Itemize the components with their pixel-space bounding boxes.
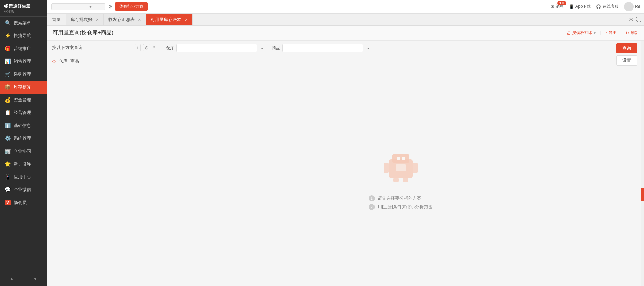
sidebar-item-label: 企业协同 <box>14 148 31 154</box>
export-icon: ↑ <box>605 31 607 35</box>
topbar: ▾ ⚙ 体验行业方案 ✉ 消息 99+ 📱 App下载 🎧 在线客服 Rit <box>47 0 644 14</box>
vip-icon: V <box>5 200 11 205</box>
empty-state: 1 请先选择要分析的方案 2 用[过滤]条件来缩小分析范围 <box>160 68 641 286</box>
tab-batch-account-close[interactable]: × <box>96 17 99 22</box>
sidebar-item-enterprise[interactable]: 🏢 企业协同 <box>0 145 47 158</box>
message-button[interactable]: ✉ 消息 99+ <box>551 4 564 9</box>
sidebar-item-inventory[interactable]: 📦 库存核算 <box>0 81 47 94</box>
topbar-search-box[interactable]: ▾ <box>51 3 105 10</box>
sidebar-item-purchase[interactable]: 🛒 采购管理 <box>0 68 47 81</box>
settings-icon[interactable]: ⚙ <box>108 4 112 10</box>
app-download-label: App下载 <box>575 4 591 9</box>
star-icon: 🌟 <box>5 161 11 167</box>
search-input[interactable] <box>54 4 88 9</box>
username-label: Rit <box>635 4 640 9</box>
scheme-item-warehouse-goods[interactable]: ⊙ 仓库+商品 <box>47 55 160 68</box>
warehouse-input[interactable] <box>176 44 257 52</box>
query-button[interactable]: 查询 <box>616 43 637 53</box>
tab-receive-summary-close[interactable]: × <box>138 17 141 22</box>
goods-input[interactable] <box>282 44 363 52</box>
online-service-button[interactable]: 🎧 在线客服 <box>596 4 619 9</box>
warehouse-label: 仓库 <box>165 45 174 51</box>
sidebar-item-ops[interactable]: 📋 经营管理 <box>0 106 47 119</box>
tabs-end-controls: ✕ ⛶ <box>629 16 644 23</box>
empty-tip-2: 2 用[过滤]条件来缩小分析范围 <box>369 204 433 210</box>
warehouse-more-button[interactable]: ··· <box>259 45 263 51</box>
scrollbar-thumb[interactable] <box>641 188 644 201</box>
tab-batch-account-label: 库存批次账 <box>71 17 93 23</box>
sidebar-item-enterprise-wechat[interactable]: 💬 企业微信 <box>0 183 47 196</box>
svg-rect-2 <box>397 157 400 160</box>
svg-rect-3 <box>402 157 405 160</box>
sidebar-scroll-controls: ▲ ▼ <box>0 274 47 283</box>
query-row: 仓库 ··· 商品 ··· 查询 设置 <box>160 41 641 68</box>
sidebar-item-label: 系统管理 <box>14 135 31 141</box>
add-scheme-button[interactable]: + <box>135 44 141 51</box>
gear-icon: ⚙️ <box>5 135 11 141</box>
goods-more-button[interactable]: ··· <box>365 45 369 51</box>
export-button[interactable]: ↑ 导出 <box>605 30 617 36</box>
message-badge: 99+ <box>557 1 566 5</box>
app-download-button[interactable]: 📱 App下载 <box>569 4 591 9</box>
right-scrollbar[interactable] <box>641 41 644 286</box>
print-button[interactable]: 🖨 按模板打印 ▾ <box>567 30 596 36</box>
warehouse-filter-group: 仓库 ··· <box>165 44 263 52</box>
tab-bar: 首页 库存批次账 × 收发存汇总表 × 可用量库存账本 × ✕ ⛶ <box>47 14 644 26</box>
sidebar-item-label: 快捷导航 <box>14 33 31 39</box>
expand-tab-button[interactable]: ⛶ <box>636 17 641 23</box>
goods-filter-group: 商品 ··· <box>272 44 369 52</box>
tab-available-ledger-label: 可用量库存账本 <box>151 17 181 23</box>
industry-solution-button[interactable]: 体验行业方案 <box>115 2 148 11</box>
scheme-label: 仓库+商品 <box>59 58 79 64</box>
sidebar-item-label: 经营管理 <box>14 110 31 116</box>
sidebar-item-onboarding[interactable]: 🌟 新手引导 <box>0 158 47 171</box>
mobile-icon: 📱 <box>5 174 11 180</box>
sidebar-item-funds[interactable]: 💰 资金管理 <box>0 94 47 106</box>
page-header-actions: 🖨 按模板打印 ▾ | ↑ 导出 | ↻ 刷新 <box>567 30 639 36</box>
tab-home[interactable]: 首页 <box>47 14 66 26</box>
online-service-label: 在线客服 <box>602 4 619 9</box>
sidebar-item-shortcut[interactable]: ⚡ 快捷导航 <box>0 29 47 42</box>
query-fields: 仓库 ··· 商品 ··· <box>160 41 612 55</box>
user-menu[interactable]: Rit <box>624 2 640 11</box>
main-content: ▾ ⚙ 体验行业方案 ✉ 消息 99+ 📱 App下载 🎧 在线客服 Rit <box>47 0 644 286</box>
info-icon: ℹ️ <box>5 123 11 129</box>
tab-batch-account[interactable]: 库存批次账 × <box>66 14 104 26</box>
scroll-down-btn[interactable]: ▼ <box>30 275 41 283</box>
sidebar-item-label: 资金管理 <box>14 97 31 103</box>
scheme-settings-button[interactable]: ⊙ <box>143 44 150 51</box>
empty-tip-1: 1 请先选择要分析的方案 <box>369 195 433 201</box>
sidebar-item-search[interactable]: 🔍 搜索菜单 <box>0 17 47 29</box>
tip-1-text: 请先选择要分析的方案 <box>378 195 421 201</box>
svg-rect-8 <box>403 178 408 182</box>
filter-panel: 按以下方案查询 + ⊙ « ⊙ 仓库+商品 <box>47 41 160 286</box>
empty-illustration <box>381 144 421 191</box>
sidebar-item-sales[interactable]: 📊 销售管理 <box>0 55 47 68</box>
tab-receive-summary[interactable]: 收发存汇总表 × <box>104 14 146 26</box>
sidebar-item-label: 营销推广 <box>14 46 31 52</box>
sidebar-item-basic-info[interactable]: ℹ️ 基础信息 <box>0 119 47 132</box>
main-body: 按以下方案查询 + ⊙ « ⊙ 仓库+商品 仓库 ··· <box>47 41 644 286</box>
close-tab-button[interactable]: ✕ <box>629 16 633 23</box>
collapse-panel-button[interactable]: « <box>152 44 155 51</box>
app-title: 畅康通好生意 <box>4 3 43 9</box>
sidebar-item-marketing[interactable]: 🎁 营销推广 <box>0 42 47 55</box>
sidebar-footer: ▲ ▼ <box>0 271 47 286</box>
tab-available-ledger-close[interactable]: × <box>185 17 187 22</box>
sidebar-item-sys[interactable]: ⚙️ 系统管理 <box>0 132 47 145</box>
tab-available-ledger[interactable]: 可用量库存账本 × <box>146 14 192 26</box>
sidebar-item-vip[interactable]: V 畅会员 <box>0 196 47 209</box>
money-icon: 💰 <box>5 97 11 103</box>
print-dropdown-icon[interactable]: ▾ <box>594 31 596 35</box>
dropdown-arrow-icon[interactable]: ▾ <box>89 4 92 9</box>
chart-icon: 📊 <box>5 58 11 64</box>
print-label: 按模板打印 <box>572 30 592 36</box>
app-logo: 畅康通好生意 标准版 <box>0 0 47 17</box>
clipboard-icon: 📋 <box>5 110 11 116</box>
column-settings-button[interactable]: 设置 <box>616 55 637 66</box>
sidebar-item-app-center[interactable]: 📱 应用中心 <box>0 171 47 183</box>
export-label: 导出 <box>609 30 617 36</box>
refresh-button[interactable]: ↻ 刷新 <box>626 30 639 36</box>
flash-icon: ⚡ <box>5 33 11 39</box>
scroll-up-btn[interactable]: ▲ <box>6 275 18 283</box>
